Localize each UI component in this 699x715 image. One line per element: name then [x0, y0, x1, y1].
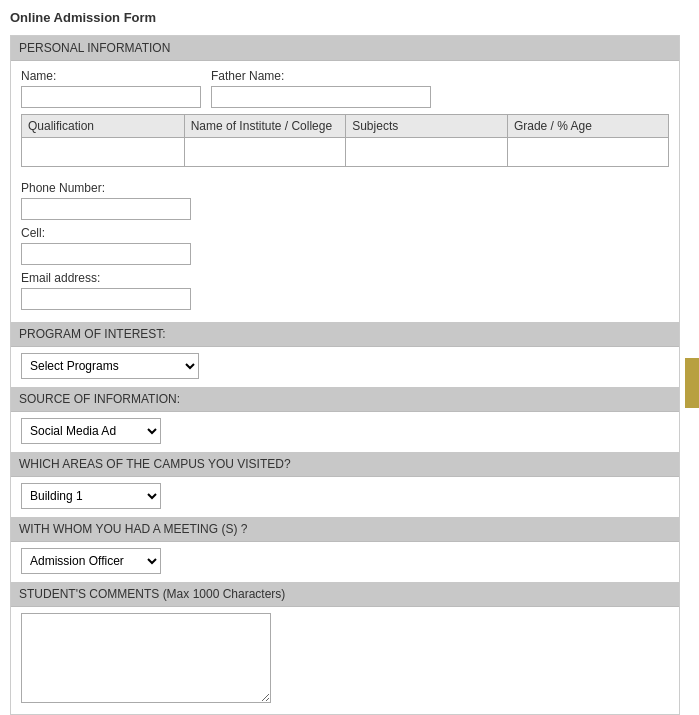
- source-header: SOURCE OF INFORMATION:: [11, 387, 679, 412]
- page-title: Online Admission Form: [10, 10, 689, 25]
- institute-col-header: Name of Institute / College: [184, 115, 346, 138]
- meeting-select[interactable]: Admission Officer Principal Dean Faculty…: [21, 548, 161, 574]
- contact-section: Phone Number: Cell: Email address:: [11, 175, 679, 322]
- email-field-group: Email address:: [21, 271, 669, 310]
- program-section: Select Programs BS Computer Science BS B…: [11, 347, 679, 387]
- personal-info-body: Name: Father Name: Qualification Name of…: [11, 61, 679, 175]
- qualification-table: Qualification Name of Institute / Colleg…: [21, 114, 669, 167]
- grade-input[interactable]: [512, 141, 664, 163]
- name-input[interactable]: [21, 86, 201, 108]
- phone-label: Phone Number:: [21, 181, 669, 195]
- program-select[interactable]: Select Programs BS Computer Science BS B…: [21, 353, 199, 379]
- name-label: Name:: [21, 69, 201, 83]
- institute-input[interactable]: [189, 141, 342, 163]
- father-name-field-group: Father Name:: [211, 69, 431, 108]
- cell-field-group: Cell:: [21, 226, 669, 265]
- table-row: [22, 138, 669, 167]
- program-header: PROGRAM OF INTEREST:: [11, 322, 679, 347]
- phone-input[interactable]: [21, 198, 191, 220]
- name-field-group: Name:: [21, 69, 201, 108]
- form-container: PERSONAL INFORMATION Name: Father Name: …: [10, 35, 680, 715]
- source-section: Social Media Ad Newspaper Friend Banner …: [11, 412, 679, 452]
- phone-field-group: Phone Number:: [21, 181, 669, 220]
- meeting-section: Admission Officer Principal Dean Faculty…: [11, 542, 679, 582]
- subjects-input[interactable]: [350, 141, 503, 163]
- email-label: Email address:: [21, 271, 669, 285]
- personal-info-header: PERSONAL INFORMATION: [11, 36, 679, 61]
- cell-label: Cell:: [21, 226, 669, 240]
- comments-textarea[interactable]: [21, 613, 271, 703]
- scrollbar-hint: [685, 358, 699, 408]
- father-name-label: Father Name:: [211, 69, 431, 83]
- campus-section: Building 1 Building 2 Library Cafeteria …: [11, 477, 679, 517]
- father-name-input[interactable]: [211, 86, 431, 108]
- subjects-col-header: Subjects: [346, 115, 508, 138]
- source-select[interactable]: Social Media Ad Newspaper Friend Banner …: [21, 418, 161, 444]
- comments-section: [11, 607, 679, 714]
- campus-header: WHICH AREAS OF THE CAMPUS YOU VISITED?: [11, 452, 679, 477]
- qualification-input[interactable]: [26, 141, 180, 163]
- qual-col-header: Qualification: [22, 115, 185, 138]
- meeting-header: WITH WHOM YOU HAD A MEETING (S) ?: [11, 517, 679, 542]
- comments-header: STUDENT'S COMMENTS (Max 1000 Characters): [11, 582, 679, 607]
- grade-col-header: Grade / % Age: [507, 115, 668, 138]
- email-input[interactable]: [21, 288, 191, 310]
- cell-input[interactable]: [21, 243, 191, 265]
- campus-select[interactable]: Building 1 Building 2 Library Cafeteria …: [21, 483, 161, 509]
